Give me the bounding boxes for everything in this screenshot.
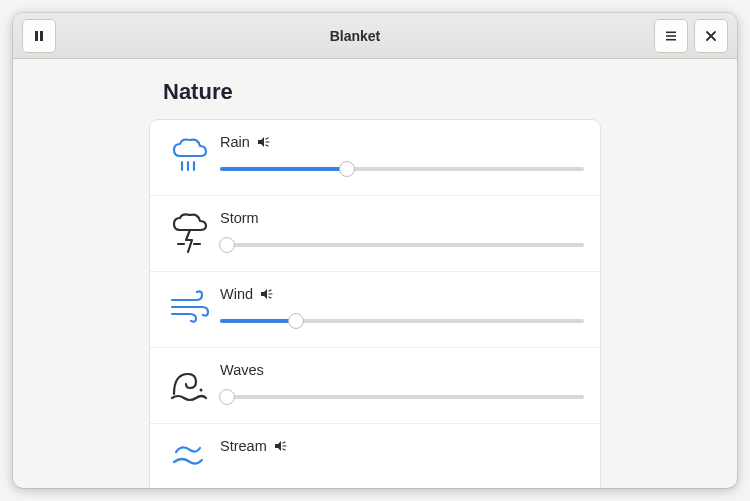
rain-icon xyxy=(166,136,212,178)
wind-icon xyxy=(166,288,212,326)
close-button[interactable] xyxy=(694,19,728,53)
storm-icon xyxy=(166,212,212,256)
svg-point-10 xyxy=(200,389,203,392)
svg-rect-2 xyxy=(666,31,676,33)
speaker-icon xyxy=(256,135,270,149)
sound-label: Stream xyxy=(220,438,267,454)
speaker-icon xyxy=(259,287,273,301)
section-title: Nature xyxy=(163,79,737,105)
volume-slider-rain[interactable] xyxy=(220,160,584,178)
sound-label: Rain xyxy=(220,134,250,150)
sound-row-storm: Storm xyxy=(150,196,600,272)
menu-button[interactable] xyxy=(654,19,688,53)
pause-icon xyxy=(33,30,45,42)
sound-row-rain: Rain xyxy=(150,120,600,196)
hamburger-icon xyxy=(664,29,678,43)
svg-rect-3 xyxy=(666,35,676,37)
sound-label: Wind xyxy=(220,286,253,302)
sound-label: Waves xyxy=(220,362,264,378)
window-title: Blanket xyxy=(59,28,651,44)
svg-rect-1 xyxy=(40,31,43,41)
sound-row-waves: Waves xyxy=(150,348,600,424)
headerbar: Blanket xyxy=(13,13,737,59)
content-area: Nature Rain xyxy=(13,59,737,488)
volume-slider-wind[interactable] xyxy=(220,312,584,330)
sounds-card: Rain xyxy=(149,119,601,488)
sound-label: Storm xyxy=(220,210,259,226)
stream-icon xyxy=(166,440,212,470)
svg-rect-0 xyxy=(35,31,38,41)
close-icon xyxy=(705,30,717,42)
volume-slider-waves[interactable] xyxy=(220,388,584,406)
svg-rect-4 xyxy=(666,38,676,40)
pause-button[interactable] xyxy=(22,19,56,53)
speaker-icon xyxy=(273,439,287,453)
volume-slider-storm[interactable] xyxy=(220,236,584,254)
sound-row-wind: Wind xyxy=(150,272,600,348)
waves-icon xyxy=(166,364,212,406)
app-window: Blanket Nature xyxy=(13,13,737,488)
sound-row-stream: Stream xyxy=(150,424,600,488)
